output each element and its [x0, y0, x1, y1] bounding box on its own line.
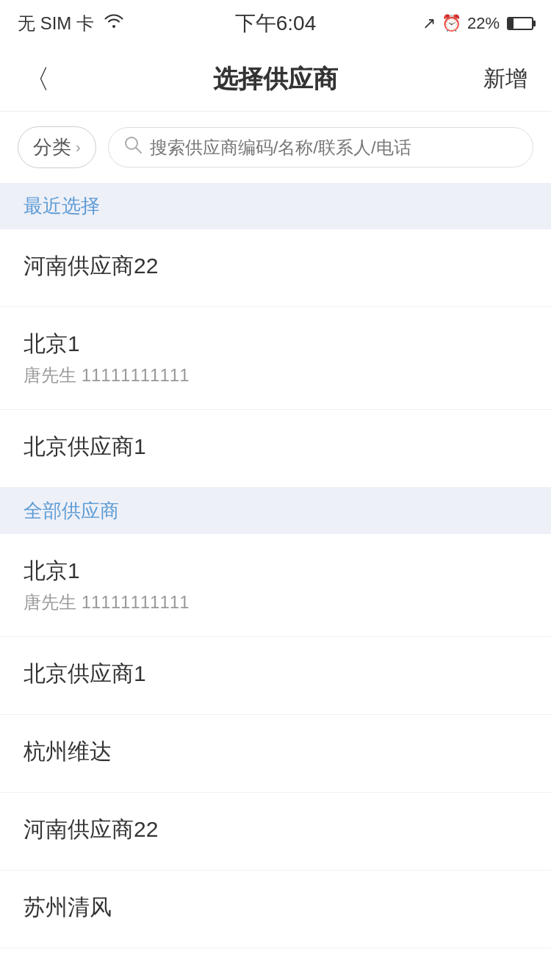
back-button[interactable]: 〈: [24, 66, 50, 93]
item-name: 北京1: [24, 556, 527, 586]
add-button[interactable]: 新增: [483, 64, 527, 94]
category-label: 分类: [33, 134, 71, 160]
list-item[interactable]: 北京1唐先生 11111111111: [0, 534, 551, 637]
wifi-icon: [103, 13, 125, 34]
item-name: 北京供应商1: [24, 432, 527, 462]
search-icon: [123, 135, 143, 159]
recent-items-list: 河南供应商22北京1唐先生 11111111111北京供应商1: [0, 229, 551, 488]
list-item[interactable]: 河南供应商22: [0, 793, 551, 871]
battery-icon: [507, 17, 533, 30]
search-box: [108, 127, 533, 167]
all-section-header: 全部供应商: [0, 488, 551, 534]
item-name: 河南供应商22: [24, 815, 527, 845]
svg-line-1: [136, 148, 141, 153]
status-left: 无 SIM 卡: [18, 12, 125, 35]
list-item[interactable]: 北京供应商1: [0, 637, 551, 715]
status-bar: 无 SIM 卡 下午6:04 ↗ ⏰ 22%: [0, 0, 551, 47]
item-name: 苏州清风: [24, 893, 527, 923]
page-title: 选择供应商: [213, 62, 338, 96]
all-section-label: 全部供应商: [24, 500, 119, 522]
item-name: 北京供应商1: [24, 659, 527, 689]
recent-section-label: 最近选择: [24, 195, 100, 217]
nav-bar: 〈 选择供应商 新增: [0, 47, 551, 112]
chevron-right-icon: ›: [76, 139, 81, 156]
recent-section-header: 最近选择: [0, 183, 551, 229]
list-item[interactable]: 河南供应商22: [0, 229, 551, 307]
all-items-list: 北京1唐先生 11111111111北京供应商1杭州维达河南供应商22苏州清风: [0, 534, 551, 948]
filter-bar: 分类 ›: [0, 112, 551, 183]
search-input[interactable]: [150, 137, 518, 158]
list-item[interactable]: 北京1唐先生 11111111111: [0, 307, 551, 410]
item-name: 杭州维达: [24, 737, 527, 767]
alarm-icon: ⏰: [442, 14, 461, 33]
item-sub: 唐先生 11111111111: [24, 364, 527, 387]
item-sub: 唐先生 11111111111: [24, 591, 527, 614]
list-item[interactable]: 苏州清风: [0, 871, 551, 948]
battery-text: 22%: [467, 14, 500, 33]
category-button[interactable]: 分类 ›: [18, 126, 96, 168]
item-name: 北京1: [24, 329, 527, 359]
list-item[interactable]: 北京供应商1: [0, 410, 551, 488]
status-right: ↗ ⏰ 22%: [422, 14, 533, 33]
list-item[interactable]: 杭州维达: [0, 715, 551, 793]
carrier-text: 无 SIM 卡: [18, 12, 94, 35]
status-time: 下午6:04: [235, 10, 317, 37]
location-icon: ↗: [422, 14, 436, 33]
item-name: 河南供应商22: [24, 251, 527, 281]
